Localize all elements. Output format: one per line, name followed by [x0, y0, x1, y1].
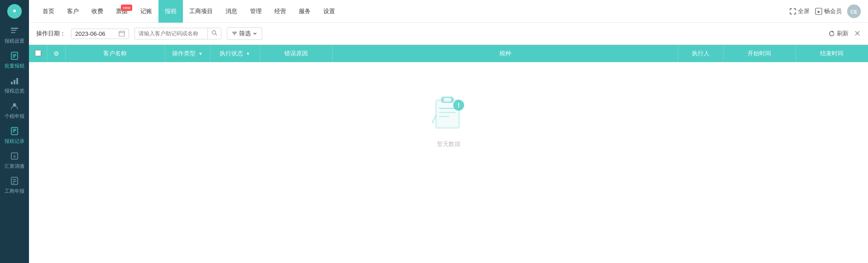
filter-icon: [232, 31, 237, 36]
nav-items: 首页 客户 收费 票据 new 记账 报税 工商项目 消息: [36, 0, 790, 23]
invoice-badge: new: [121, 5, 132, 11]
sidebar-item-annual-report-label: 工商年报: [5, 188, 24, 194]
nav-tax[interactable]: 报税: [158, 0, 183, 23]
sort-exec-status-icon: ▼: [246, 51, 250, 56]
sidebar-item-tax-summary[interactable]: 报税总览: [0, 73, 29, 97]
nav-accounting[interactable]: 记账: [134, 0, 158, 23]
empty-illustration: !: [426, 89, 471, 135]
app-logo[interactable]: [7, 4, 22, 19]
nav-messages[interactable]: 消息: [219, 0, 244, 23]
empty-state: ! 暂无数据: [29, 62, 868, 166]
nav-home[interactable]: 首页: [36, 0, 61, 23]
nav-customer[interactable]: 客户: [61, 0, 85, 23]
svg-rect-1: [11, 30, 16, 31]
search-icon: [211, 30, 217, 36]
member-button[interactable]: ▶ 畅会员: [815, 7, 842, 15]
sidebar-item-settlement-label: 汇算清缴: [5, 163, 24, 169]
col-header-executor: 执行人: [678, 45, 723, 62]
chevron-down-icon: [253, 31, 257, 36]
settlement-icon: ¥: [10, 151, 19, 162]
search-field: [134, 28, 221, 39]
svg-line-30: [216, 34, 217, 36]
refresh-icon: [829, 30, 835, 37]
sidebar-item-batch-tax-label: 批量报税: [5, 63, 24, 69]
col-header-error-reason: 错误原因: [260, 45, 332, 62]
tax-summary-icon: [10, 76, 19, 87]
col-header-gear: ⚙: [47, 45, 65, 62]
avatar[interactable]: CE: [847, 5, 861, 18]
tax-settings-icon: [10, 26, 19, 37]
col-header-checkbox: [29, 45, 47, 62]
refresh-button[interactable]: 刷新: [829, 29, 849, 38]
calendar-icon: [119, 30, 125, 37]
records-table: ⚙ 客户名称 操作类型 ▼ 执行状态 ▼: [29, 45, 868, 62]
svg-text:CE: CE: [850, 9, 857, 15]
table-container[interactable]: ⚙ 客户名称 操作类型 ▼ 执行状态 ▼: [29, 45, 868, 263]
nav-billing[interactable]: 收费: [85, 0, 110, 23]
nav-management[interactable]: 管理: [244, 0, 268, 23]
svg-text:!: !: [457, 101, 460, 109]
sidebar-item-batch-tax[interactable]: 批量报税: [0, 48, 29, 73]
sidebar-item-tax-records[interactable]: 报税记录: [0, 123, 29, 148]
sidebar-item-settlement[interactable]: ¥ 汇算清缴: [0, 148, 29, 173]
sidebar: 报税设置 批量报税 报税总览: [0, 0, 29, 263]
sidebar-item-tax-settings-label: 报税设置: [5, 38, 24, 44]
select-all-checkbox[interactable]: [35, 50, 41, 56]
col-header-customer: 客户名称: [65, 45, 165, 62]
sidebar-item-tax-records-label: 报税记录: [5, 138, 24, 144]
sidebar-item-personal-tax[interactable]: 个税申报: [0, 98, 29, 123]
svg-text:¥: ¥: [13, 154, 16, 159]
main-content: 首页 客户 收费 票据 new 记账 报税 工商项目 消息: [29, 0, 868, 263]
col-header-exec-status[interactable]: 执行状态 ▼: [210, 45, 260, 62]
personal-tax-icon: [10, 102, 19, 112]
empty-text: 暂无数据: [437, 140, 460, 148]
annual-report-icon: [10, 176, 19, 187]
date-label: 操作日期：: [36, 29, 66, 38]
sidebar-item-tax-settings[interactable]: 报税设置: [0, 23, 29, 48]
tax-records-icon: [10, 127, 19, 137]
page-area: 操作日期： 2023-06-06: [29, 23, 868, 263]
svg-rect-11: [11, 127, 18, 135]
svg-rect-2: [11, 32, 15, 33]
nav-business[interactable]: 工商项目: [183, 0, 219, 23]
search-button[interactable]: [207, 28, 221, 39]
svg-rect-8: [14, 80, 15, 84]
close-button[interactable]: ✕: [854, 29, 861, 38]
nav-operations[interactable]: 经营: [268, 0, 293, 23]
logo-area: [0, 0, 29, 23]
search-input[interactable]: [135, 29, 207, 39]
svg-rect-37: [444, 98, 451, 102]
svg-marker-44: [432, 121, 434, 123]
svg-rect-9: [16, 78, 18, 84]
sidebar-item-personal-tax-label: 个税申报: [5, 113, 24, 119]
member-icon: ▶: [815, 8, 822, 15]
fullscreen-icon: [790, 8, 796, 15]
sidebar-item-annual-report[interactable]: 工商年报: [0, 173, 29, 198]
svg-point-29: [212, 31, 216, 34]
topnav-right: 全屏 ▶ 畅会员 CE: [790, 5, 861, 18]
nav-invoice[interactable]: 票据 new: [110, 0, 134, 23]
top-navigation: 首页 客户 收费 票据 new 记账 报税 工商项目 消息: [29, 0, 868, 23]
col-header-op-type[interactable]: 操作类型 ▼: [165, 45, 210, 62]
toolbar: 操作日期： 2023-06-06: [29, 23, 868, 45]
gear-icon[interactable]: ⚙: [53, 50, 59, 57]
svg-text:▶: ▶: [818, 10, 820, 13]
svg-rect-7: [11, 82, 13, 84]
col-header-start-time: 开始时间: [723, 45, 796, 62]
fullscreen-button[interactable]: 全屏: [790, 7, 810, 15]
date-input[interactable]: 2023-06-06: [75, 30, 116, 37]
svg-rect-25: [119, 31, 125, 36]
filter-button[interactable]: 筛选: [227, 27, 262, 40]
col-header-end-time: 结束时间: [796, 45, 868, 62]
sort-op-type-icon: ▼: [198, 51, 203, 56]
nav-services[interactable]: 服务: [293, 0, 317, 23]
sidebar-item-tax-summary-label: 报税总览: [5, 88, 24, 94]
svg-rect-0: [11, 28, 18, 29]
col-header-tax-type: 税种: [332, 45, 678, 62]
nav-settings[interactable]: 设置: [317, 0, 341, 23]
date-picker[interactable]: 2023-06-06: [71, 29, 129, 39]
batch-tax-icon: [10, 51, 19, 62]
